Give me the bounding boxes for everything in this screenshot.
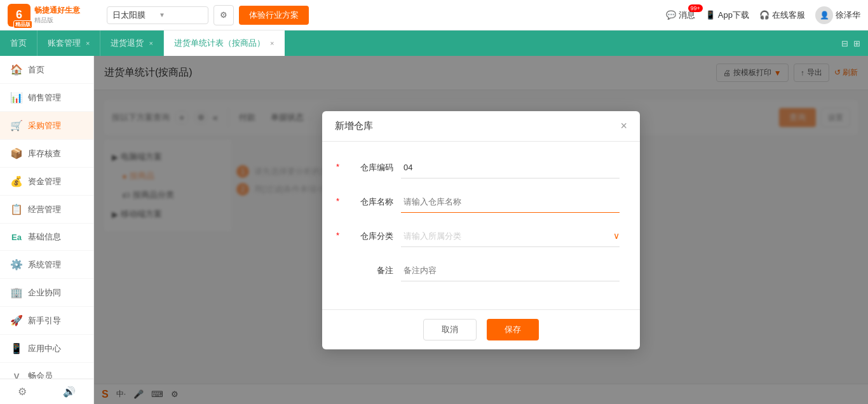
modal-body: 仓库编码 仓库名称 仓库分类 请输入所属分类 [322, 142, 640, 309]
user-menu[interactable]: 👤 徐泽华 [815, 6, 860, 24]
sidebar-purchase-label: 采购管理 [28, 120, 61, 131]
top-bar: 6 精品版 畅捷通好生意 精品版 日太阳膜 ▼ ⚙ 体验行业方案 💬 消息 99… [0, 0, 868, 30]
store-dropdown-arrow: ▼ [159, 11, 203, 18]
headset-icon: 🎧 [759, 10, 770, 20]
tab-purchase-stats-label: 进货单统计表（按商品） [174, 37, 265, 49]
brand-line1: 畅捷通好生意 [34, 5, 80, 16]
inventory-icon: 📦 [10, 147, 23, 159]
sidebar-item-operations[interactable]: 📋 经营管理 [0, 196, 93, 224]
sidebar-speaker-icon[interactable]: 🔊 [63, 386, 76, 398]
tab-account-close[interactable]: × [86, 39, 90, 47]
warehouse-name-input[interactable] [401, 191, 620, 213]
purchase-icon: 🛒 [10, 119, 23, 131]
messages-button[interactable]: 💬 消息 99+ [666, 10, 695, 21]
online-service-label: 在线客服 [772, 10, 805, 21]
sidebar-sales-label: 销售管理 [28, 92, 61, 104]
tab-purchase-return-close[interactable]: × [149, 39, 153, 47]
modal-header: 新增仓库 × [322, 111, 640, 142]
warehouse-code-label: 仓库编码 [342, 162, 393, 173]
sidebar-item-finance[interactable]: 💰 资金管理 [0, 168, 93, 196]
tab-purchase-stats-close[interactable]: × [270, 39, 274, 47]
tab-purchase-return-label: 进货退货 [111, 37, 144, 49]
warehouse-category-label: 仓库分类 [342, 231, 393, 242]
tab-purchase-stats[interactable]: 进货单统计表（按商品） × [164, 30, 285, 56]
message-icon: 💬 [666, 10, 676, 20]
trial-button[interactable]: 体验行业方案 [239, 6, 309, 25]
online-service-button[interactable]: 🎧 在线客服 [759, 10, 805, 21]
content-area: 进货单统计(按商品) 🖨 按模板打印 ▼ ↑ 导出 ↺ 刷新 [94, 56, 868, 404]
category-dropdown-arrow: ∨ [613, 231, 620, 241]
finance-icon: 💰 [10, 175, 23, 187]
sidebar-enterprise-label: 企业协同 [28, 287, 61, 299]
sidebar-item-basic-info[interactable]: Ea 基础信息 [0, 224, 93, 251]
tab-home[interactable]: 首页 [0, 30, 37, 56]
sidebar-item-sales[interactable]: 📊 销售管理 [0, 84, 93, 112]
app-download-button[interactable]: 📱 App下载 [705, 10, 749, 21]
cancel-button[interactable]: 取消 [423, 319, 477, 340]
sidebar-inventory-label: 库存核查 [28, 148, 61, 159]
brand-text: 畅捷通好生意 精品版 [34, 5, 80, 25]
sidebar-item-inventory[interactable]: 📦 库存核查 [0, 140, 93, 168]
tab-account-label: 账套管理 [48, 37, 81, 49]
logo-icon: 6 精品版 [8, 4, 31, 27]
phone-icon: 📱 [705, 10, 715, 20]
sidebar-item-home[interactable]: 🏠 首页 [0, 56, 93, 84]
sidebar-system-label: 系统管理 [28, 259, 61, 271]
store-name: 日太阳膜 [112, 10, 156, 21]
sales-icon: 📊 [10, 91, 23, 104]
enterprise-icon: 🏢 [10, 286, 23, 299]
logo-area: 6 精品版 畅捷通好生意 精品版 [8, 4, 102, 27]
logo-badge-text: 精品版 [34, 16, 80, 25]
sidebar-item-guide[interactable]: 🚀 新手引导 [0, 307, 93, 335]
apps-icon: 📱 [10, 342, 23, 354]
new-warehouse-modal: 新增仓库 × 仓库编码 仓库名称 仓库分类 [322, 111, 640, 349]
sidebar-finance-label: 资金管理 [28, 176, 61, 187]
warehouse-code-row: 仓库编码 [342, 157, 620, 178]
home-icon: 🏠 [10, 64, 23, 76]
sidebar-guide-label: 新手引导 [28, 315, 61, 327]
sidebar-item-purchase[interactable]: 🛒 采购管理 [0, 112, 93, 140]
logo-badge: 精品版 [13, 20, 32, 29]
tab-purchase-return[interactable]: 进货退货 × [100, 30, 163, 56]
warehouse-code-input[interactable] [401, 157, 620, 178]
user-avatar: 👤 [815, 6, 833, 24]
sidebar-item-enterprise[interactable]: 🏢 企业协同 [0, 279, 93, 307]
warehouse-name-row: 仓库名称 [342, 191, 620, 213]
modal-footer: 取消 保存 [322, 309, 640, 349]
warehouse-category-select[interactable]: 请输入所属分类 [401, 231, 613, 241]
operations-icon: 📋 [10, 203, 23, 215]
warehouse-category-select-wrapper: 请输入所属分类 ∨ [401, 226, 620, 247]
sidebar-settings-icon[interactable]: ⚙ [18, 386, 27, 398]
sidebar-bottom: ⚙ 🔊 [0, 379, 94, 404]
logo-char: 6 [16, 8, 22, 22]
main-layout: 🏠 首页 📊 销售管理 🛒 采购管理 📦 库存核查 💰 资金管理 📋 经营管理 … [0, 56, 868, 404]
modal-title: 新增仓库 [335, 120, 373, 132]
guide-icon: 🚀 [10, 314, 23, 327]
sidebar-basic-info-label: 基础信息 [28, 231, 61, 243]
settings-button[interactable]: ⚙ [214, 5, 234, 25]
warehouse-name-label: 仓库名称 [342, 196, 393, 208]
top-right-area: 💬 消息 99+ 📱 App下载 🎧 在线客服 👤 徐泽华 [666, 6, 860, 24]
tab-home-label: 首页 [10, 37, 27, 49]
sidebar-home-label: 首页 [28, 64, 44, 76]
store-selector[interactable]: 日太阳膜 ▼ [107, 6, 208, 24]
modal-overlay: 新增仓库 × 仓库编码 仓库名称 仓库分类 [94, 56, 868, 404]
tab-account[interactable]: 账套管理 × [37, 30, 100, 56]
tab-controls: ⊟ ⊞ [834, 30, 868, 56]
notification-badge: 99+ [688, 4, 703, 12]
username-label: 徐泽华 [836, 10, 860, 21]
tab-minimize-icon[interactable]: ⊟ [841, 39, 848, 48]
sidebar-item-system[interactable]: ⚙️ 系统管理 [0, 251, 93, 279]
basic-info-icon: Ea [10, 232, 23, 242]
warehouse-remark-row: 备注 [342, 260, 620, 281]
modal-close-button[interactable]: × [620, 120, 627, 131]
tab-expand-icon[interactable]: ⊞ [853, 39, 860, 48]
tab-bar: 首页 账套管理 × 进货退货 × 进货单统计表（按商品） × ⊟ ⊞ [0, 30, 868, 56]
warehouse-remark-label: 备注 [342, 265, 393, 276]
sidebar-item-apps[interactable]: 📱 应用中心 [0, 335, 93, 363]
warehouse-remark-input[interactable] [401, 260, 620, 281]
sidebar: 🏠 首页 📊 销售管理 🛒 采购管理 📦 库存核查 💰 资金管理 📋 经营管理 … [0, 56, 94, 404]
warehouse-category-row: 仓库分类 请输入所属分类 ∨ [342, 226, 620, 247]
sidebar-apps-label: 应用中心 [28, 343, 61, 354]
save-button[interactable]: 保存 [487, 319, 539, 340]
